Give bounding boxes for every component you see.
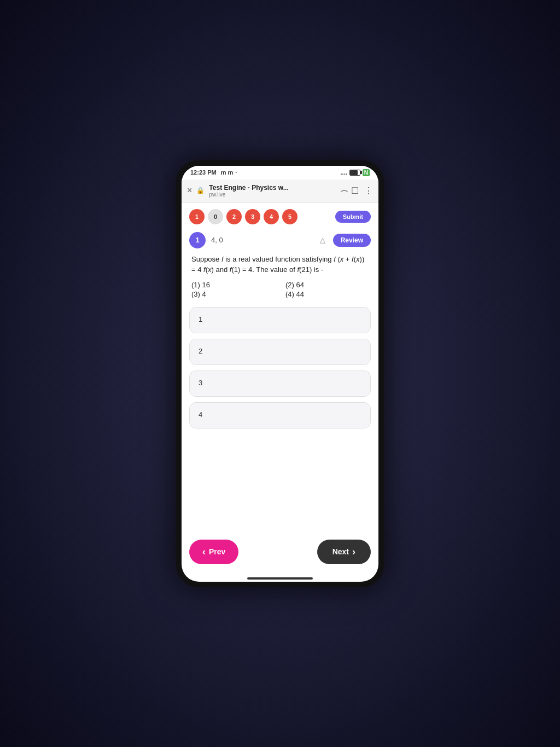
prev-button[interactable]: ‹ Prev	[189, 540, 238, 564]
lock-icon: 🔒	[196, 187, 205, 194]
review-label: Review	[341, 236, 363, 244]
next-icon: ›	[352, 546, 355, 558]
browser-action-icons: ⟨ ☐ ⋮	[343, 186, 373, 196]
bookmark-icon[interactable]: ☐	[351, 186, 359, 196]
submit-button[interactable]: Submit	[335, 211, 371, 223]
content-area: 1 0 2 3 4 5 Submit 1 4, 0 △ Review	[182, 202, 378, 532]
browser-title: Test Engine - Physics w...	[209, 184, 339, 192]
browser-domain: pw.live	[209, 192, 339, 198]
browser-url-area: Test Engine - Physics w... pw.live	[209, 184, 339, 198]
status-bar: 12:23 PM m m · .... N	[182, 166, 378, 179]
prev-icon: ‹	[202, 546, 206, 558]
question-meta: 4, 0	[211, 236, 314, 244]
options-grid: (1) 16 (2) 64 (3) 4 (4) 44	[189, 281, 371, 298]
option-3: (3) 4	[191, 290, 275, 298]
navigation-buttons: ‹ Prev Next ›	[182, 532, 378, 574]
nav-dot-5[interactable]: 5	[282, 209, 298, 224]
question-content: Suppose f is a real valued function sati…	[191, 255, 364, 274]
answer-option-3[interactable]: 3	[189, 370, 371, 397]
answer-option-2[interactable]: 2	[189, 339, 371, 365]
option-2: (2) 64	[285, 281, 369, 289]
nav-dot-4[interactable]: 4	[264, 209, 279, 224]
answer-option-4[interactable]: 4	[189, 402, 371, 428]
question-header: 1 4, 0 △ Review	[189, 232, 371, 248]
menu-icon[interactable]: ⋮	[364, 186, 373, 196]
battery-icon	[349, 170, 360, 176]
next-button[interactable]: Next ›	[317, 540, 371, 564]
phone-frame: 12:23 PM m m · .... N × 🔒 Test Engine -	[176, 160, 384, 587]
browser-toolbar: × 🔒 Test Engine - Physics w... pw.live ⟨…	[182, 179, 378, 202]
share-icon[interactable]: ⟨	[340, 189, 349, 192]
signal-icon: ....	[341, 169, 347, 176]
home-indicator	[247, 577, 313, 580]
status-dot: ·	[235, 169, 237, 176]
alert-icon: △	[320, 236, 325, 244]
phone-screen: 12:23 PM m m · .... N × 🔒 Test Engine -	[182, 166, 378, 582]
status-right: .... N	[341, 169, 370, 176]
option-4: (4) 44	[285, 290, 369, 298]
browser-close-button[interactable]: ×	[187, 186, 192, 195]
status-left: 12:23 PM m m ·	[190, 169, 237, 176]
nav-dot-0[interactable]: 0	[208, 209, 223, 224]
question-text: Suppose f is a real valued function sati…	[189, 254, 371, 275]
status-icons: m m	[221, 169, 234, 176]
question-number-badge: 1	[189, 232, 206, 248]
review-button[interactable]: Review	[333, 234, 371, 247]
nav-dot-1[interactable]: 1	[189, 209, 205, 224]
option-1: (1) 16	[191, 281, 275, 289]
answer-option-1[interactable]: 1	[189, 307, 371, 333]
next-label: Next	[332, 547, 349, 556]
battery-label: N	[363, 169, 370, 176]
answer-options: 1 2 3 4	[189, 307, 371, 428]
nav-dot-3[interactable]: 3	[245, 209, 260, 224]
status-time: 12:23 PM	[190, 169, 217, 176]
question-nav: 1 0 2 3 4 5 Submit	[189, 209, 371, 224]
nav-dot-2[interactable]: 2	[226, 209, 242, 224]
prev-label: Prev	[209, 547, 225, 556]
